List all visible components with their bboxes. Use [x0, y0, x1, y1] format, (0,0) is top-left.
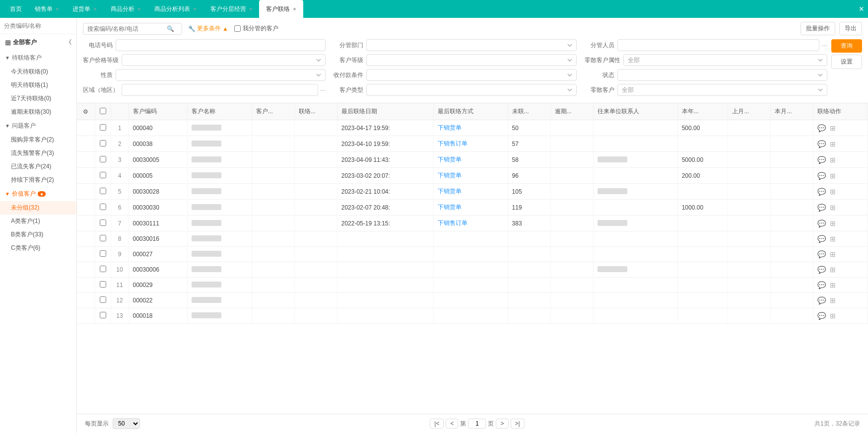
- row-checkbox[interactable]: [100, 140, 106, 146]
- cell-settings[interactable]: [77, 247, 95, 262]
- tab-customer-contact[interactable]: 客户联络 ×: [259, 0, 303, 18]
- action-more-icon[interactable]: ⊞: [830, 156, 836, 164]
- dept-select[interactable]: [366, 39, 576, 51]
- status-select[interactable]: [617, 69, 827, 81]
- tab-product-list-close[interactable]: ×: [193, 6, 196, 12]
- reset-button[interactable]: 设置: [831, 55, 862, 69]
- filter-search-icon[interactable]: 🔍: [167, 25, 174, 32]
- action-more-icon[interactable]: ⊞: [830, 312, 836, 320]
- sidebar-item-declining[interactable]: 持续下滑客户(2): [0, 173, 76, 187]
- cell-settings[interactable]: [77, 216, 95, 231]
- row-checkbox[interactable]: [100, 296, 106, 303]
- action-contact-icon[interactable]: 💬: [817, 124, 826, 132]
- next-page-btn[interactable]: >: [496, 419, 508, 429]
- row-checkbox[interactable]: [100, 124, 106, 131]
- batch-op-button[interactable]: 批量操作: [801, 22, 835, 35]
- select-all-checkbox[interactable]: [100, 108, 106, 114]
- tab-product-analysis[interactable]: 商品分析 ×: [104, 0, 147, 18]
- sidebar-item-class-c[interactable]: C类客户(6): [0, 241, 76, 255]
- sidebar-item-unclassified[interactable]: 未分组(32): [0, 201, 76, 215]
- row-checkbox[interactable]: [100, 312, 106, 318]
- cell-settings[interactable]: [77, 152, 95, 168]
- page-size-select[interactable]: 50 100 200: [113, 418, 140, 429]
- action-contact-icon[interactable]: 💬: [817, 188, 826, 196]
- sidebar-all-customers[interactable]: ⊞ 全部客户 《: [0, 34, 76, 51]
- cell-settings[interactable]: [77, 184, 95, 200]
- row-checkbox[interactable]: [100, 204, 106, 210]
- first-page-btn[interactable]: |<: [430, 419, 444, 429]
- cell-settings[interactable]: [77, 200, 95, 216]
- filter-more-btn[interactable]: 🔧 更多条件 ▲: [188, 24, 228, 33]
- cell-settings[interactable]: [77, 231, 95, 247]
- query-button[interactable]: 查询: [831, 39, 862, 53]
- contact-way-link[interactable]: 下销货单: [438, 188, 462, 195]
- row-checkbox[interactable]: [100, 235, 106, 241]
- action-contact-icon[interactable]: 💬: [817, 204, 826, 212]
- contact-way-link[interactable]: 下销货单: [438, 124, 462, 131]
- col-settings[interactable]: ⚙: [77, 103, 95, 120]
- action-contact-icon[interactable]: 💬: [817, 219, 826, 227]
- retail-attr-select[interactable]: 全部: [623, 54, 827, 66]
- cell-settings[interactable]: [77, 120, 95, 136]
- row-checkbox[interactable]: [100, 266, 106, 272]
- action-contact-icon[interactable]: 💬: [817, 296, 826, 304]
- sidebar-item-class-a[interactable]: A类客户(1): [0, 215, 76, 228]
- row-checkbox[interactable]: [100, 156, 106, 162]
- row-checkbox[interactable]: [100, 188, 106, 194]
- contact-way-link[interactable]: 下销货单: [438, 204, 462, 211]
- section-value-customers[interactable]: ▼ 价值客户 ●: [0, 187, 76, 201]
- row-checkbox[interactable]: [100, 281, 106, 288]
- tab-sales-close[interactable]: ×: [56, 6, 59, 12]
- action-more-icon[interactable]: ⊞: [830, 296, 836, 304]
- sidebar-item-class-b[interactable]: B类客户(33): [0, 228, 76, 241]
- sidebar-item-churn-warning[interactable]: 流失预警客户(3): [0, 146, 76, 160]
- action-contact-icon[interactable]: 💬: [817, 250, 826, 258]
- my-customers-checkbox[interactable]: [234, 25, 241, 32]
- customer-level-select[interactable]: [366, 54, 576, 66]
- row-checkbox[interactable]: [100, 219, 106, 226]
- cell-settings[interactable]: [77, 293, 95, 308]
- retail-customer-select[interactable]: 全部: [617, 84, 827, 96]
- action-more-icon[interactable]: ⊞: [830, 250, 836, 258]
- action-contact-icon[interactable]: 💬: [817, 266, 826, 274]
- cell-settings[interactable]: [77, 136, 95, 152]
- action-more-icon[interactable]: ⊞: [830, 188, 836, 196]
- sidebar-item-churned[interactable]: 已流失客户(24): [0, 160, 76, 173]
- action-more-icon[interactable]: ⊞: [830, 204, 836, 212]
- section-pending-contact[interactable]: ▼ 待联络客户: [0, 51, 76, 65]
- action-contact-icon[interactable]: 💬: [817, 140, 826, 148]
- sidebar-item-7days[interactable]: 近7天待联络(0): [0, 92, 76, 105]
- row-checkbox[interactable]: [100, 172, 106, 178]
- action-contact-icon[interactable]: 💬: [817, 235, 826, 243]
- cell-settings[interactable]: [77, 262, 95, 278]
- cell-settings[interactable]: [77, 278, 95, 293]
- sidebar-item-overdue[interactable]: 逾期未联络(30): [0, 105, 76, 119]
- action-more-icon[interactable]: ⊞: [830, 219, 836, 227]
- tab-customer-contact-close[interactable]: ×: [293, 6, 296, 12]
- tab-sales[interactable]: 销售单 ×: [28, 0, 66, 18]
- action-more-icon[interactable]: ⊞: [830, 124, 836, 132]
- action-more-icon[interactable]: ⊞: [830, 235, 836, 243]
- sidebar-item-abnormal[interactable]: 囤购异常客户(2): [0, 133, 76, 146]
- tab-purchase[interactable]: 进货单 ×: [66, 0, 103, 18]
- tab-purchase-close[interactable]: ×: [93, 6, 96, 12]
- sidebar-search-input[interactable]: [4, 22, 77, 29]
- contact-way-link[interactable]: 下销货单: [438, 172, 462, 179]
- action-more-icon[interactable]: ⊞: [830, 281, 836, 289]
- tab-home[interactable]: 首页: [4, 0, 28, 18]
- customer-type-select[interactable]: [366, 84, 576, 96]
- page-input[interactable]: [468, 419, 486, 429]
- close-all-icon[interactable]: ×: [859, 4, 864, 14]
- price-level-select[interactable]: [122, 54, 326, 66]
- contact-way-link[interactable]: 下销售订单: [438, 140, 467, 147]
- gender-select[interactable]: [116, 69, 326, 81]
- filter-search-input[interactable]: [87, 25, 167, 32]
- prev-page-btn[interactable]: <: [446, 419, 458, 429]
- region-dots-btn[interactable]: ···: [320, 86, 326, 94]
- cell-settings[interactable]: [77, 168, 95, 184]
- payment-select[interactable]: [366, 69, 576, 81]
- action-more-icon[interactable]: ⊞: [830, 266, 836, 274]
- contact-way-link[interactable]: 下销货单: [438, 156, 462, 163]
- tab-customer-tier[interactable]: 客户分层经营 ×: [203, 0, 259, 18]
- tab-customer-tier-close[interactable]: ×: [249, 6, 252, 12]
